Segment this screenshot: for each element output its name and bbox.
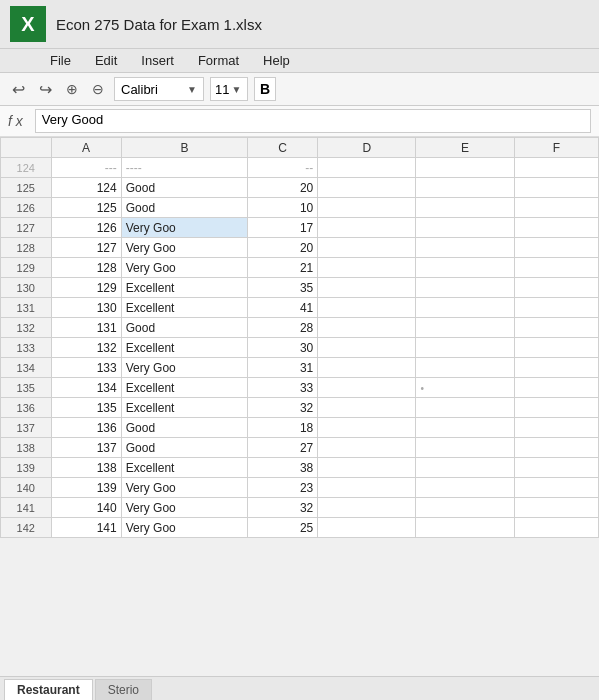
cell-f[interactable] [514, 478, 598, 498]
col-header-b[interactable]: B [121, 138, 247, 158]
cell-b[interactable]: Excellent [121, 338, 247, 358]
cell-a[interactable]: 132 [51, 338, 121, 358]
cell-c[interactable]: 18 [248, 418, 318, 438]
cell-c[interactable]: 32 [248, 398, 318, 418]
cell-b[interactable]: Good [121, 178, 247, 198]
cell-c[interactable]: -- [248, 158, 318, 178]
cell-e[interactable] [416, 178, 514, 198]
cell-c[interactable]: 30 [248, 338, 318, 358]
cell-f[interactable] [514, 418, 598, 438]
cell-a[interactable]: 138 [51, 458, 121, 478]
cell-e[interactable] [416, 258, 514, 278]
cell-b[interactable]: Very Goo [121, 518, 247, 538]
cell-a[interactable]: --- [51, 158, 121, 178]
zoom-in-button[interactable]: ⊕ [62, 79, 82, 99]
cell-f[interactable] [514, 438, 598, 458]
cell-a[interactable]: 124 [51, 178, 121, 198]
cell-c[interactable]: 20 [248, 238, 318, 258]
cell-c[interactable]: 41 [248, 298, 318, 318]
cell-d[interactable] [318, 338, 416, 358]
cell-d[interactable] [318, 278, 416, 298]
cell-d[interactable] [318, 358, 416, 378]
cell-c[interactable]: 33 [248, 378, 318, 398]
col-header-f[interactable]: F [514, 138, 598, 158]
cell-e[interactable] [416, 518, 514, 538]
cell-e[interactable] [416, 338, 514, 358]
cell-b[interactable]: Very Goo [121, 238, 247, 258]
cell-f[interactable] [514, 518, 598, 538]
cell-f[interactable] [514, 398, 598, 418]
cell-b[interactable]: Good [121, 438, 247, 458]
cell-b[interactable]: Very Goo [121, 358, 247, 378]
cell-d[interactable] [318, 498, 416, 518]
cell-a[interactable]: 137 [51, 438, 121, 458]
cell-a[interactable]: 130 [51, 298, 121, 318]
cell-f[interactable] [514, 318, 598, 338]
cell-a[interactable]: 127 [51, 238, 121, 258]
cell-a[interactable]: 140 [51, 498, 121, 518]
cell-e[interactable] [416, 418, 514, 438]
cell-c[interactable]: 38 [248, 458, 318, 478]
cell-f[interactable] [514, 238, 598, 258]
col-header-e[interactable]: E [416, 138, 514, 158]
cell-f[interactable] [514, 338, 598, 358]
cell-a[interactable]: 135 [51, 398, 121, 418]
cell-d[interactable] [318, 158, 416, 178]
cell-b[interactable]: Excellent [121, 298, 247, 318]
cell-d[interactable] [318, 458, 416, 478]
menu-edit[interactable]: Edit [91, 51, 121, 70]
cell-d[interactable] [318, 478, 416, 498]
cell-f[interactable] [514, 378, 598, 398]
cell-e[interactable] [416, 398, 514, 418]
menu-format[interactable]: Format [194, 51, 243, 70]
cell-c[interactable]: 10 [248, 198, 318, 218]
cell-c[interactable]: 21 [248, 258, 318, 278]
cell-c[interactable]: 27 [248, 438, 318, 458]
cell-d[interactable] [318, 418, 416, 438]
undo-button[interactable]: ↩ [8, 78, 29, 101]
cell-c[interactable]: 20 [248, 178, 318, 198]
cell-b[interactable]: Very Goo [121, 218, 247, 238]
cell-e[interactable] [416, 158, 514, 178]
cell-f[interactable] [514, 198, 598, 218]
cell-e[interactable] [416, 298, 514, 318]
cell-a[interactable]: 126 [51, 218, 121, 238]
cell-c[interactable]: 28 [248, 318, 318, 338]
cell-a[interactable]: 139 [51, 478, 121, 498]
bold-button[interactable]: B [254, 77, 276, 101]
cell-b[interactable]: Excellent [121, 378, 247, 398]
font-name-selector[interactable]: Calibri ▼ [114, 77, 204, 101]
cell-a[interactable]: 141 [51, 518, 121, 538]
cell-b[interactable]: Excellent [121, 458, 247, 478]
zoom-out-button[interactable]: ⊖ [88, 79, 108, 99]
menu-help[interactable]: Help [259, 51, 294, 70]
cell-f[interactable] [514, 278, 598, 298]
cell-a[interactable]: 131 [51, 318, 121, 338]
cell-d[interactable] [318, 438, 416, 458]
cell-e[interactable] [416, 218, 514, 238]
cell-c[interactable]: 23 [248, 478, 318, 498]
cell-f[interactable] [514, 458, 598, 478]
cell-b[interactable]: Good [121, 198, 247, 218]
cell-c[interactable]: 17 [248, 218, 318, 238]
cell-c[interactable]: 31 [248, 358, 318, 378]
cell-b[interactable]: Very Goo [121, 478, 247, 498]
redo-button[interactable]: ↪ [35, 78, 56, 101]
cell-d[interactable] [318, 258, 416, 278]
cell-a[interactable]: 134 [51, 378, 121, 398]
cell-b[interactable]: Excellent [121, 278, 247, 298]
cell-c[interactable]: 25 [248, 518, 318, 538]
cell-d[interactable] [318, 378, 416, 398]
cell-e[interactable]: • [416, 378, 514, 398]
cell-d[interactable] [318, 238, 416, 258]
cell-a[interactable]: 128 [51, 258, 121, 278]
cell-f[interactable] [514, 158, 598, 178]
cell-f[interactable] [514, 358, 598, 378]
cell-e[interactable] [416, 438, 514, 458]
cell-e[interactable] [416, 358, 514, 378]
menu-insert[interactable]: Insert [137, 51, 178, 70]
cell-e[interactable] [416, 498, 514, 518]
cell-d[interactable] [318, 178, 416, 198]
formula-input[interactable]: Very Good [35, 109, 591, 133]
cell-e[interactable] [416, 278, 514, 298]
